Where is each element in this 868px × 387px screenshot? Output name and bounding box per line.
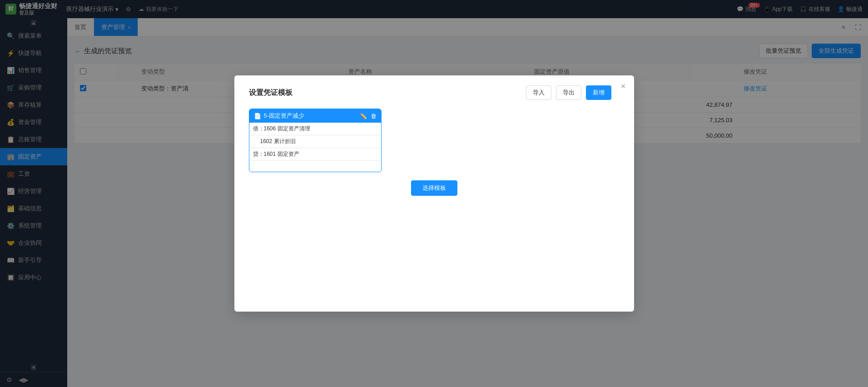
template-row-debit1: 借：1606 固定资产清理 [249,123,381,135]
template-edit-icon[interactable]: ✏️ [360,113,367,119]
template-doc-icon: 📄 [254,113,261,119]
template-footer: 选择模板 [249,172,620,196]
modal-dialog: 设置凭证模板 × 导入 导出 新增 📄 5-固定资产减少 ✏️ 🗑 [234,75,634,312]
credit-amount-col [347,148,358,161]
modal-header-btns: 导入 导出 新增 [526,85,611,100]
template-card-body: 借：1606 固定资产清理 1602 累计折旧 贷：1601 [249,123,381,172]
modal-overlay: 设置凭证模板 × 导入 导出 新增 📄 5-固定资产减少 ✏️ 🗑 [0,0,868,387]
import-btn[interactable]: 导入 [526,85,551,100]
new-template-btn[interactable]: 新增 [586,85,611,100]
template-row-credit: 贷：1601 固定资产 [249,148,381,161]
empty-col2 [347,161,358,172]
template-actions: ✏️ 🗑 [360,113,377,119]
template-card-header: 📄 5-固定资产减少 ✏️ 🗑 [249,109,381,123]
debit2-col4 [370,135,381,148]
empty-col3 [359,161,370,172]
debit-label: 借：1606 固定资产清理 [249,123,348,135]
credit-col4 [370,148,381,161]
template-table: 借：1606 固定资产清理 1602 累计折旧 贷：1601 [249,123,381,172]
credit-label: 贷：1601 固定资产 [249,148,348,161]
debit2-amount-col [347,135,358,148]
modal-close-btn[interactable]: × [621,82,626,91]
debit1-col4 [370,123,381,135]
debit2-col3 [359,135,370,148]
empty-col4 [370,161,381,172]
empty-row-cell [249,161,348,172]
export-btn[interactable]: 导出 [556,85,581,100]
debit2-label: 1602 累计折旧 [249,135,348,148]
template-row-debit2: 1602 累计折旧 [249,135,381,148]
debit1-col3 [359,123,370,135]
select-template-btn[interactable]: 选择模板 [411,180,457,196]
template-delete-icon[interactable]: 🗑 [371,113,377,119]
credit-col3 [359,148,370,161]
template-name: 5-固定资产减少 [264,112,305,120]
template-card: 📄 5-固定资产减少 ✏️ 🗑 借：1606 固定资产清理 [249,109,382,172]
template-row-empty [249,161,381,172]
debit1-amount-col [347,123,358,135]
